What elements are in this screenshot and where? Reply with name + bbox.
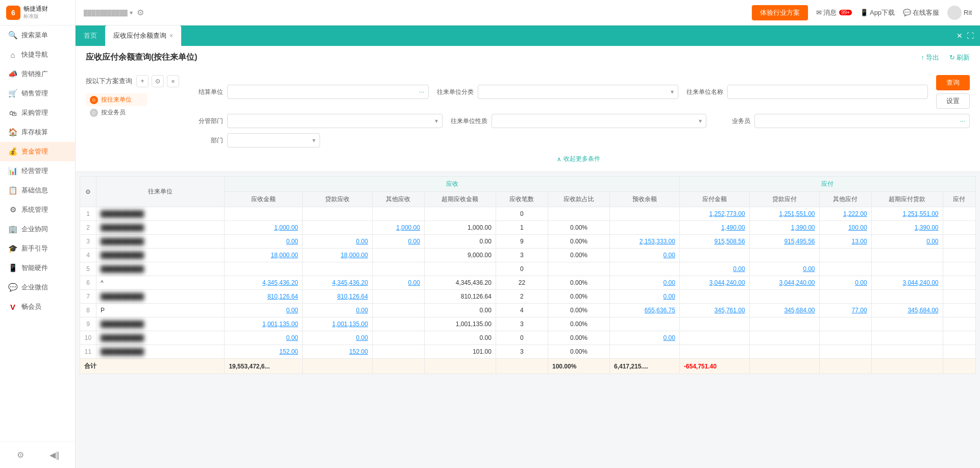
query-btns: 查询 设置 bbox=[936, 75, 970, 109]
add-filter-button[interactable]: + bbox=[136, 75, 149, 87]
query-by-salesperson-button[interactable]: ⊙ 按业务员 bbox=[86, 106, 147, 119]
header-icon-group: ✉ 消息 99+ 📱 App下载 💬 在线客服 Rit bbox=[816, 6, 972, 20]
refresh-button[interactable]: ↻ 刷新 bbox=[949, 53, 970, 62]
sidebar-item-wechat[interactable]: 💬 企业微信 bbox=[0, 278, 75, 297]
table-row: 6^4,345,436.204,345,436.200.004,345,436.… bbox=[80, 276, 976, 290]
col-other-recv: 其他应收 bbox=[372, 192, 424, 207]
sidebar-item-guide[interactable]: 🎓 新手引导 bbox=[0, 239, 75, 258]
table-settings-icon[interactable]: ⚙ bbox=[84, 188, 92, 195]
sidebar-item-finance[interactable]: 💰 资金管理 bbox=[0, 142, 75, 161]
close-window-icon[interactable]: ✕ bbox=[957, 32, 963, 40]
partner-icon: ⊙ bbox=[90, 96, 98, 104]
salesperson-group: 业务员 ··· bbox=[715, 114, 970, 128]
collapse-filter-button[interactable]: « bbox=[167, 75, 179, 87]
unit-name-input[interactable] bbox=[727, 85, 928, 99]
sidebar-item-corp[interactable]: 🏢 企业协同 bbox=[0, 219, 75, 239]
fullscreen-icon[interactable]: ⛶ bbox=[967, 32, 974, 40]
unit-category-group: 往来单位分类 ▾ bbox=[437, 85, 678, 99]
unit-category-select[interactable]: ▾ bbox=[478, 85, 678, 99]
home-icon: ⌂ bbox=[8, 50, 17, 59]
sidebar-item-inventory[interactable]: 🏠 库存核算 bbox=[0, 122, 75, 142]
sidebar-item-sales[interactable]: 🛒 销售管理 bbox=[0, 84, 75, 103]
breadcrumb-area: ███████████ ▾ ⚙ bbox=[84, 8, 752, 17]
sidebar-item-quick[interactable]: ⌂ 快捷导航 bbox=[0, 45, 75, 64]
page-content: 应收应付余额查询(按往来单位) ↑ 导出 ↻ 刷新 bbox=[76, 46, 980, 468]
sidebar-item-marketing[interactable]: 📣 营销推广 bbox=[0, 64, 75, 84]
sidebar-settings-button[interactable]: ⚙ bbox=[5, 447, 36, 463]
settlement-unit-group: 结算单位 ··· bbox=[187, 85, 429, 99]
export-button[interactable]: ↑ 导出 bbox=[921, 53, 940, 62]
col-overdue-recv: 超期应收金额 bbox=[424, 192, 496, 207]
salesperson-input[interactable]: ··· bbox=[754, 114, 970, 128]
sidebar: 6 畅捷通财 标准版 🔍 搜索菜单 ⌂ 快捷导航 📣 营销推广 🛒 销售管理 bbox=[0, 0, 76, 468]
table-area: ⚙ 往来单位 应收 应付 应收金额 贷款应收 其他应收 超期应收金额 应收笔数 bbox=[76, 172, 980, 468]
dept-manager-label: 分管部门 bbox=[187, 117, 223, 126]
salesperson-label: 业务员 bbox=[715, 117, 750, 126]
chevron-down-icon: ▾ bbox=[130, 9, 133, 16]
settings-filter-button[interactable]: ⊙ bbox=[152, 75, 164, 87]
col-prepaid: 预收余额 bbox=[609, 192, 679, 207]
settlement-unit-input[interactable]: ··· bbox=[227, 85, 429, 99]
breadcrumb-select[interactable]: ███████████ ▾ bbox=[84, 9, 133, 16]
col-loan-recv: 贷款应收 bbox=[302, 192, 372, 207]
filter-row-3: 部门 ▾ bbox=[187, 133, 970, 147]
footer-prepaid: 6,417,215.... bbox=[609, 359, 679, 374]
dept-manager-select[interactable]: ▾ bbox=[227, 114, 443, 128]
sidebar-item-hardware[interactable]: 📱 智能硬件 bbox=[0, 258, 75, 278]
table-footer-row: 合计 19,553,472,6... 100.00% 6,417,215....… bbox=[80, 359, 976, 374]
sidebar-item-operation[interactable]: 📊 经营管理 bbox=[0, 161, 75, 181]
collapse-more-button[interactable]: ∧ 收起更多条件 bbox=[187, 153, 970, 165]
table-row: 7██████████810,126.64810,126.64810,126.6… bbox=[80, 290, 976, 304]
sidebar-item-label: 销售管理 bbox=[21, 89, 48, 98]
sidebar-item-label: 库存核算 bbox=[21, 128, 48, 137]
solution-button[interactable]: 体验行业方案 bbox=[752, 5, 808, 20]
table-row: 1██████████01,252,773.001,251,551.001,22… bbox=[80, 207, 976, 221]
sidebar-item-member[interactable]: V 畅会员 bbox=[0, 297, 75, 316]
sidebar-item-search[interactable]: 🔍 搜索菜单 bbox=[0, 26, 75, 45]
online-service-btn[interactable]: 💬 在线客服 bbox=[903, 8, 939, 17]
sidebar-item-system[interactable]: ⚙ 系统管理 bbox=[0, 200, 75, 219]
message-badge: 99+ bbox=[839, 10, 852, 15]
tab-receivable-query[interactable]: 应收应付余额查询 × bbox=[105, 26, 181, 46]
query-button[interactable]: 查询 bbox=[936, 75, 970, 90]
sidebar-item-label: 搜索菜单 bbox=[21, 31, 48, 40]
col-recv-count: 应收笔数 bbox=[496, 192, 548, 207]
col-pay-amount: 应付金额 bbox=[679, 192, 749, 207]
sidebar-item-label: 智能硬件 bbox=[21, 263, 48, 273]
table-row: 8P0.000.000.0040.00%655,636.75345,761.00… bbox=[80, 304, 976, 317]
sidebar-item-label: 新手引导 bbox=[21, 244, 48, 253]
sidebar-item-label: 基础信息 bbox=[21, 186, 48, 195]
col-loan-pay: 贷款应付 bbox=[749, 192, 819, 207]
col-settings-header[interactable]: ⚙ bbox=[80, 177, 96, 207]
sidebar-item-label: 企业协同 bbox=[21, 225, 48, 234]
filter-top: 按以下方案查询 + ⊙ « bbox=[86, 75, 179, 87]
top-header: ███████████ ▾ ⚙ 体验行业方案 ✉ 消息 99+ 📱 App下载 bbox=[76, 0, 980, 26]
sidebar-item-label: 营销推广 bbox=[21, 69, 48, 79]
tab-bar-actions: ✕ ⛶ bbox=[957, 32, 980, 40]
footer-pay-total: -654,751.40 bbox=[679, 359, 749, 374]
table-row: 5██████████00.000.00 bbox=[80, 262, 976, 276]
base-icon: 📋 bbox=[8, 186, 17, 195]
tab-close-icon[interactable]: × bbox=[169, 32, 173, 39]
sidebar-collapse-button[interactable]: ◀‖ bbox=[40, 447, 70, 463]
tab-home[interactable]: 首页 bbox=[76, 26, 105, 46]
query-type-list: ⊙ 按往来单位 ⊙ 按业务员 bbox=[86, 93, 147, 119]
sidebar-item-label: 畅会员 bbox=[21, 302, 41, 311]
dept-select[interactable]: ▾ bbox=[227, 133, 320, 147]
sidebar-item-purchase[interactable]: 🛍 采购管理 bbox=[0, 103, 75, 122]
refresh-icon: ↻ bbox=[949, 54, 955, 61]
unit-nature-select[interactable]: ▾ bbox=[492, 114, 706, 128]
message-btn[interactable]: ✉ 消息 99+ bbox=[816, 8, 852, 17]
sidebar-item-label: 经营管理 bbox=[21, 166, 48, 176]
setting-button[interactable]: 设置 bbox=[936, 93, 970, 109]
filter-fields: 结算单位 ··· 往来单位分类 ▾ bbox=[187, 75, 970, 165]
query-by-partner-button[interactable]: ⊙ 按往来单位 bbox=[86, 93, 147, 106]
app-download-btn[interactable]: 📱 App下载 bbox=[860, 8, 895, 17]
search-icon: 🔍 bbox=[8, 31, 17, 40]
footer-label: 合计 bbox=[80, 359, 225, 374]
filter-row-1: 结算单位 ··· 往来单位分类 ▾ bbox=[187, 75, 970, 109]
dept-manager-group: 分管部门 ▾ bbox=[187, 114, 443, 128]
sidebar-item-base[interactable]: 📋 基础信息 bbox=[0, 181, 75, 200]
settings-icon-btn[interactable]: ⚙ bbox=[137, 8, 144, 17]
user-avatar[interactable]: Rit bbox=[947, 6, 972, 20]
